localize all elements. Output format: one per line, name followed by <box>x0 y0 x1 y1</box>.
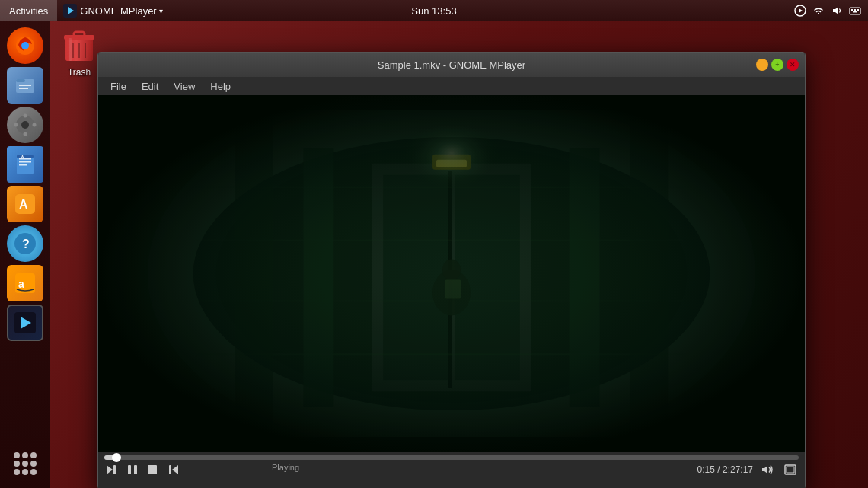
show-apps-button[interactable] <box>7 445 43 482</box>
svg-rect-71 <box>113 465 116 474</box>
svg-rect-76 <box>169 465 171 474</box>
app-indicator-label: GNOME MPlayer <box>80 5 156 17</box>
window-maximize-button[interactable]: + <box>771 59 783 71</box>
dock-item-help[interactable]: ? <box>7 225 43 262</box>
svg-point-20 <box>33 123 37 127</box>
svg-rect-38 <box>74 32 85 37</box>
svg-text:?: ? <box>22 238 30 250</box>
svg-rect-10 <box>853 11 857 13</box>
svg-rect-72 <box>128 465 131 474</box>
svg-point-18 <box>24 132 27 136</box>
svg-text:A: A <box>19 198 28 211</box>
fastforward-button[interactable] <box>164 461 180 478</box>
menu-help[interactable]: Help <box>204 79 237 94</box>
window-title: Sample 1.mkv - GNOME MPlayer <box>378 59 525 71</box>
window-titlebar: Sample 1.mkv - GNOME MPlayer – + ✕ <box>98 53 805 77</box>
svg-rect-8 <box>854 9 856 11</box>
desktop: W A ? a <box>0 21 868 488</box>
dock-item-amazon[interactable]: a <box>7 265 43 301</box>
window-controls: – + ✕ <box>756 59 799 71</box>
dock-item-firefox[interactable] <box>7 27 43 64</box>
controls-bar: Playing 0:15 / 2:27:17 <box>98 452 805 488</box>
progress-track[interactable] <box>104 455 799 460</box>
app-indicator[interactable]: GNOME MPlayer ▾ <box>57 0 168 21</box>
rewind-button[interactable] <box>104 461 121 478</box>
menu-file[interactable]: File <box>104 79 132 94</box>
video-area <box>98 95 805 452</box>
time-display: 0:15 / 2:27:17 <box>697 464 753 475</box>
svg-marker-3 <box>799 8 803 13</box>
gnome-mplayer-tray-icon <box>63 4 77 18</box>
svg-marker-5 <box>833 7 838 14</box>
svg-rect-14 <box>16 79 25 82</box>
controls-row: Playing 0:15 / 2:27:17 <box>104 461 799 478</box>
progress-row <box>104 455 799 460</box>
wifi-tray-icon[interactable] <box>812 4 825 18</box>
svg-rect-24 <box>19 164 27 166</box>
svg-point-16 <box>21 121 29 129</box>
svg-point-12 <box>21 42 29 49</box>
dock-item-files[interactable] <box>7 67 43 104</box>
svg-rect-23 <box>19 161 31 163</box>
window-close-button[interactable]: ✕ <box>787 59 799 71</box>
pause-button[interactable] <box>124 461 141 478</box>
svg-rect-69 <box>98 95 805 452</box>
svg-rect-79 <box>787 467 794 473</box>
playing-status: Playing <box>272 463 299 472</box>
volume-tray-icon[interactable] <box>830 4 844 18</box>
dock-item-settings[interactable] <box>7 107 43 143</box>
activities-label: Activities <box>9 5 48 17</box>
topbar: Activities GNOME MPlayer ▾ Sun 13:53 <box>0 0 868 21</box>
svg-rect-42 <box>69 38 72 61</box>
activities-button[interactable]: Activities <box>0 0 57 21</box>
svg-point-17 <box>24 114 27 118</box>
svg-text:a: a <box>18 278 24 290</box>
dock: W A ? a <box>0 21 50 488</box>
window-minimize-button[interactable]: – <box>756 59 768 71</box>
dock-item-appstore[interactable]: A <box>7 186 43 222</box>
media-tray-icon[interactable] <box>793 4 807 18</box>
dock-item-mplayer[interactable] <box>7 305 43 341</box>
input-tray-icon[interactable] <box>848 4 862 18</box>
svg-marker-75 <box>172 465 178 474</box>
trash-label: Trash <box>68 67 91 78</box>
stop-button[interactable] <box>144 461 161 478</box>
menu-view[interactable]: View <box>168 79 201 94</box>
menu-bar: File Edit View Help <box>98 77 805 95</box>
app-indicator-arrow: ▾ <box>159 7 163 15</box>
svg-marker-77 <box>762 466 767 474</box>
video-scene <box>98 95 805 452</box>
volume-button[interactable] <box>759 461 776 478</box>
svg-rect-6 <box>850 8 860 14</box>
svg-rect-9 <box>857 9 859 11</box>
svg-rect-7 <box>851 9 853 11</box>
clock-display: Sun 13:53 <box>411 5 456 17</box>
svg-rect-25 <box>17 155 34 158</box>
svg-point-4 <box>818 13 819 14</box>
svg-text:W: W <box>21 155 24 159</box>
svg-marker-70 <box>107 465 113 474</box>
svg-point-19 <box>14 123 18 127</box>
svg-rect-73 <box>134 465 137 474</box>
show-apps-icon <box>14 452 37 475</box>
svg-rect-74 <box>148 465 157 474</box>
trash-desktop-icon[interactable]: Trash <box>61 26 97 78</box>
dock-item-writer[interactable]: W <box>7 146 43 183</box>
trash-icon <box>61 26 97 65</box>
fullscreen-button[interactable] <box>782 461 799 478</box>
mplayer-window: Sample 1.mkv - GNOME MPlayer – + ✕ File … <box>97 52 806 488</box>
system-tray <box>793 0 862 21</box>
menu-edit[interactable]: Edit <box>136 79 164 94</box>
